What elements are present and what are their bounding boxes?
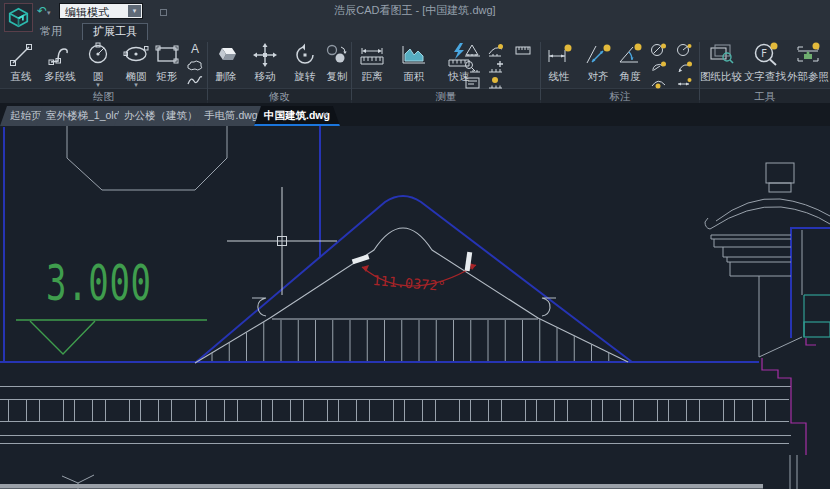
group-draw-label: 绘图 — [0, 89, 207, 103]
rotate-button[interactable]: 旋转 — [287, 41, 323, 88]
elevation-marker: 3.000 — [16, 253, 207, 354]
cad-drawing: 3.000 111.0372° — [0, 126, 830, 489]
group-tools-label: 工具 — [700, 89, 830, 103]
roof-profile — [195, 228, 628, 363]
tab-extended-tools[interactable]: 扩展工具 — [82, 23, 148, 41]
drawing-area[interactable]: 3.000 111.0372° — [0, 126, 830, 489]
revision-cloud-icon[interactable] — [186, 59, 204, 74]
group-measure-labelbar: 测量 — [352, 88, 540, 103]
dim-radius-icon[interactable] — [650, 60, 668, 75]
group-dim-label: 标注 — [541, 89, 699, 103]
distance-icon — [353, 42, 391, 70]
doc-tab-close-icon[interactable]: × — [322, 108, 328, 120]
measure-angle-icon[interactable] — [464, 43, 482, 58]
erase-button-label: 删除 — [209, 70, 243, 82]
xref-button[interactable]: 外部参照 — [786, 41, 830, 88]
ribbon: 绘图 修改 测量 标注 工具 直线 多段线 圆 ▾ 椭圆 ▾ 矩形 A — [0, 40, 830, 104]
dim-linear-label: 线性 — [542, 70, 576, 82]
dim-arclength-icon[interactable] — [650, 76, 668, 91]
line-icon — [3, 42, 39, 70]
circle-button[interactable]: 圆 ▾ — [82, 41, 114, 88]
group-modify-labelbar: 修改 — [208, 88, 351, 103]
line-button-label: 直线 — [3, 70, 39, 82]
dim-leader-icon[interactable] — [676, 60, 694, 75]
polyline-icon — [40, 42, 80, 70]
ellipse-button[interactable]: 椭圆 ▾ — [118, 41, 154, 88]
dim-quick-icon[interactable] — [676, 76, 694, 91]
circle-dropdown-icon[interactable]: ▾ — [82, 82, 114, 88]
linear-dim-icon — [542, 42, 576, 70]
erase-button[interactable]: 删除 — [209, 41, 243, 88]
document-tab-bar: 起始页 室外楼梯_1_old.dwg 办公楼（建筑）.dwg 手电筒.dwg 中… — [0, 103, 830, 126]
dim-aligned-label: 对齐 — [580, 70, 616, 82]
measure-distance-button[interactable]: 距离 — [353, 41, 391, 88]
aligned-dim-icon — [580, 42, 616, 70]
dim-continue-icon[interactable] — [676, 43, 694, 58]
move-button-label: 移动 — [247, 70, 283, 82]
measure-add-icon[interactable] — [487, 60, 505, 75]
svg-text:F: F — [761, 48, 767, 59]
chimney-cap — [766, 163, 794, 183]
dim-angle-label: 角度 — [613, 70, 647, 82]
line-button[interactable]: 直线 — [3, 41, 39, 88]
circle-icon — [82, 42, 114, 70]
area-icon — [395, 42, 433, 70]
window-title: 浩辰CAD看图王 - [中国建筑.dwg] — [0, 0, 830, 20]
measure-area-label: 面积 — [395, 70, 433, 82]
polyline-button[interactable]: 多段线 — [40, 41, 80, 88]
measure-arc-icon[interactable] — [487, 43, 505, 58]
xref-label: 外部参照 — [786, 70, 830, 82]
text-find-label: 文字查找 — [743, 70, 787, 82]
logo-cube-icon — [8, 7, 29, 28]
roof-railing — [212, 319, 626, 361]
blue-construction-lines — [0, 126, 830, 363]
octagon-outline — [67, 126, 227, 190]
rectangle-button-label: 矩形 — [150, 70, 184, 82]
freehand-sketch-icon[interactable] — [186, 74, 204, 89]
drawing-compare-button[interactable]: 图纸比较 — [699, 41, 743, 88]
dim-aligned-button[interactable]: 对齐 — [580, 41, 616, 88]
magenta-detail-lines — [762, 338, 816, 455]
tab-home[interactable]: 常用 — [30, 23, 72, 39]
text-find-button[interactable]: F 文字查找 — [743, 41, 787, 88]
curved-roof-lower — [710, 207, 830, 229]
app-logo-icon[interactable] — [4, 3, 33, 32]
teal-detail-lines — [804, 295, 830, 337]
right-eave-scroll — [542, 298, 556, 316]
drawing-compare-label: 图纸比较 — [699, 70, 743, 82]
move-button[interactable]: 移动 — [247, 41, 283, 88]
curved-roof-upper — [716, 199, 830, 221]
dim-diameter-icon[interactable] — [650, 43, 668, 58]
measure-point-icon[interactable] — [487, 76, 505, 91]
wall-bands — [0, 386, 791, 443]
copy-button-label: 复制 — [320, 70, 354, 82]
baluster-band — [8, 399, 765, 421]
angle-grip-left[interactable] — [352, 254, 370, 264]
text-find-icon: F — [743, 42, 787, 70]
rectangle-icon — [150, 42, 184, 70]
ribbon-tab-row: 常用 扩展工具 — [0, 22, 830, 40]
group-modify-label: 修改 — [208, 89, 351, 103]
angle-dimension[interactable]: 111.0372° — [352, 252, 476, 294]
text-tool-icon[interactable]: A — [186, 42, 204, 57]
measure-scale-icon[interactable] — [514, 43, 532, 58]
rotate-button-label: 旋转 — [287, 70, 323, 82]
group-tools-labelbar: 工具 — [700, 88, 830, 103]
group-measure-label: 测量 — [352, 89, 540, 103]
copy-icon — [320, 42, 354, 70]
ellipse-dropdown-icon[interactable]: ▾ — [118, 82, 154, 88]
angle-value: 111.0372° — [372, 272, 446, 294]
dim-linear-button[interactable]: 线性 — [542, 41, 576, 88]
measure-entity-icon[interactable] — [464, 60, 482, 75]
move-icon — [247, 42, 283, 70]
horizontal-scrollbar[interactable] — [0, 484, 763, 489]
elevation-value: 3.000 — [46, 253, 152, 311]
measure-area-button[interactable]: 面积 — [395, 41, 433, 88]
dim-angle-button[interactable]: 角度 — [613, 41, 647, 88]
rectangle-button[interactable]: 矩形 — [150, 41, 184, 88]
measure-list-icon[interactable] — [464, 76, 482, 91]
measure-distance-label: 距离 — [353, 70, 391, 82]
copy-button[interactable]: 复制 — [320, 41, 354, 88]
ellipse-icon — [118, 42, 154, 70]
polyline-button-label: 多段线 — [40, 70, 80, 82]
